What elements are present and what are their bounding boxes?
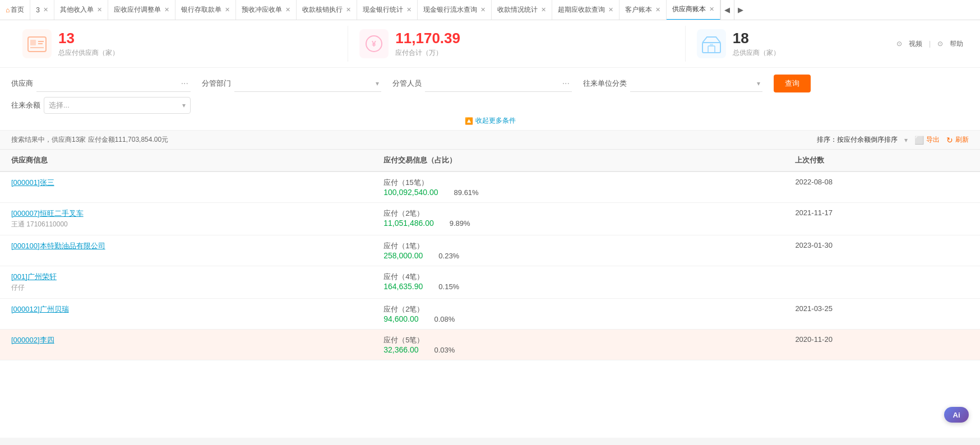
query-button[interactable]: 查询 bbox=[774, 75, 811, 92]
last-pay-cell-4: 2021-03-25 bbox=[784, 299, 980, 330]
supplier-link-0[interactable]: [000001]张三 bbox=[11, 178, 54, 187]
close-overdue-collect[interactable]: ✕ bbox=[608, 6, 613, 13]
last-pay-cell-0: 2022-08-08 bbox=[784, 171, 980, 203]
close-cash-bank-flow[interactable]: ✕ bbox=[480, 6, 486, 13]
col-header-transaction: 应付交易信息（占比） bbox=[372, 150, 784, 171]
supplier-link-2[interactable]: [000100]本特勤油品有限公司 bbox=[11, 242, 105, 250]
top-navigation: ⌂ 首页 3 ✕ 其他收入单 ✕ 应收应付调整单 ✕ 银行存取款单 ✕ 预收冲应… bbox=[0, 0, 980, 20]
ai-button[interactable]: Ai bbox=[944, 407, 969, 423]
transaction-cell-1: 应付（2笔）11,051,486.009.89% bbox=[372, 203, 784, 235]
tab-home-label: 首页 bbox=[11, 5, 24, 15]
supplier-link-1[interactable]: [000007]恒旺二手叉车 bbox=[11, 209, 84, 217]
tab-advance-collect[interactable]: 预收冲应收单 ✕ bbox=[236, 0, 297, 20]
tab-collect-stat[interactable]: 收款情况统计 ✕ bbox=[492, 0, 552, 20]
supplier-link-4[interactable]: [000012]广州贝瑞 bbox=[11, 305, 69, 313]
amount-label-5: 应付（5笔） bbox=[383, 335, 773, 345]
tab-customer-account-label: 客户账本 bbox=[625, 5, 652, 15]
balance-input[interactable] bbox=[49, 101, 182, 110]
tab-supplier-account[interactable]: 供应商账本 ✕ bbox=[667, 0, 720, 20]
close-bank-deposit[interactable]: ✕ bbox=[225, 6, 230, 13]
svg-rect-1 bbox=[30, 40, 36, 45]
supplier-link-5[interactable]: [000002]李四 bbox=[11, 336, 54, 344]
amount-value-0[interactable]: 100,092,540.00 bbox=[383, 188, 438, 197]
last-pay-date-1: 2021-11-17 bbox=[795, 208, 833, 217]
divider: | bbox=[929, 40, 931, 48]
supplier-dots-icon[interactable]: ··· bbox=[181, 78, 188, 89]
payable-suppliers-count: 13 bbox=[58, 30, 119, 47]
supplier-link-3[interactable]: [001]广州荣轩 bbox=[11, 272, 57, 281]
tab-cash-bank-flow[interactable]: 现金银行流水查询 ✕ bbox=[418, 0, 492, 20]
summary-card-amount: ¥ 11,170.39 应付合计（万） bbox=[348, 26, 685, 62]
filter-area: 供应商 ··· 分管部门 ▾ 分管人员 ··· 往来单位分类 bbox=[0, 68, 980, 131]
amount-value-2[interactable]: 258,000.00 bbox=[383, 251, 423, 260]
tab-overdue-collect[interactable]: 超期应收款查询 ✕ bbox=[552, 0, 620, 20]
table-header-row: 供应商信息 应付交易信息（占比） 上次付数 bbox=[0, 150, 980, 171]
supplier-cell-2: [000100]本特勤油品有限公司 bbox=[0, 235, 372, 266]
tab-collect-verify[interactable]: 收款核销执行 ✕ bbox=[297, 0, 357, 20]
nav-arrow-right[interactable]: ▶ bbox=[734, 0, 747, 20]
close-advance-collect[interactable]: ✕ bbox=[285, 6, 290, 13]
tab-3[interactable]: 3 ✕ bbox=[30, 0, 54, 20]
person-filter-label: 分管人员 bbox=[392, 78, 422, 89]
export-button[interactable]: ⬜ 导出 bbox=[914, 135, 940, 145]
tab-bank-deposit-label: 银行存取款单 bbox=[181, 5, 221, 15]
tab-customer-account[interactable]: 客户账本 ✕ bbox=[620, 0, 667, 20]
supplier-cell-1: [000007]恒旺二手叉车王通 17106110000 bbox=[0, 203, 372, 235]
person-dots-icon[interactable]: ··· bbox=[562, 78, 570, 89]
dept-filter-label: 分管部门 bbox=[202, 78, 231, 89]
amount-label-0: 应付（15笔） bbox=[383, 178, 773, 188]
refresh-button[interactable]: ↻ 刷新 bbox=[946, 135, 969, 145]
collapse-button[interactable]: 🔼 收起更多条件 bbox=[465, 116, 516, 126]
close-collect-verify[interactable]: ✕ bbox=[346, 6, 351, 13]
total-suppliers-count: 18 bbox=[733, 30, 780, 47]
close-supplier-account[interactable]: ✕ bbox=[709, 6, 714, 13]
collapse-chevron-icon: 🔼 bbox=[465, 117, 473, 125]
amount-value-1[interactable]: 11,051,486.00 bbox=[383, 219, 434, 228]
amount-label-1: 应付（2笔） bbox=[383, 208, 773, 219]
tab-home[interactable]: ⌂ 首页 bbox=[0, 0, 30, 20]
filter-group-dept: 分管部门 ▾ bbox=[202, 75, 381, 92]
tab-bank-deposit[interactable]: 银行存取款单 ✕ bbox=[175, 0, 236, 20]
filter-group-person: 分管人员 ··· bbox=[392, 75, 572, 92]
svg-rect-8 bbox=[708, 46, 715, 53]
close-collect-stat[interactable]: ✕ bbox=[541, 6, 546, 13]
amount-value-5[interactable]: 32,366.00 bbox=[383, 345, 418, 354]
balance-dropdown-icon[interactable]: ▾ bbox=[182, 101, 186, 109]
payable-suppliers-label: 总应付供应商（家） bbox=[58, 48, 119, 58]
table-container: 供应商信息 应付交易信息（占比） 上次付数 [000001]张三应付（15笔）1… bbox=[0, 150, 980, 438]
video-link[interactable]: 视频 bbox=[909, 39, 922, 49]
table-row: [000012]广州贝瑞应付（2笔）94,600.000.08%2021-03-… bbox=[0, 299, 980, 330]
person-input[interactable] bbox=[427, 79, 562, 87]
table-row: [000002]李四应付（5笔）32,366.000.03%2020-11-20 bbox=[0, 330, 980, 360]
tab-other-income[interactable]: 其他收入单 ✕ bbox=[54, 0, 108, 20]
dept-dropdown-icon[interactable]: ▾ bbox=[376, 80, 379, 87]
tab-payable-adjust[interactable]: 应收应付调整单 ✕ bbox=[108, 0, 175, 20]
nav-arrow-left[interactable]: ◀ bbox=[720, 0, 734, 20]
category-dropdown-icon[interactable]: ▾ bbox=[757, 80, 760, 87]
last-pay-cell-5: 2020-11-20 bbox=[784, 330, 980, 360]
tab-cash-bank-stat[interactable]: 现金银行统计 ✕ bbox=[357, 0, 418, 20]
close-customer-account[interactable]: ✕ bbox=[655, 6, 660, 13]
supplier-cell-3: [001]广州荣轩仔仔 bbox=[0, 266, 372, 299]
dept-input[interactable] bbox=[237, 79, 376, 87]
filter-row-2: 往来余额 ▾ bbox=[11, 97, 969, 114]
balance-input-wrapper: ▾ bbox=[44, 97, 191, 114]
supplier-input[interactable] bbox=[39, 75, 181, 92]
transaction-cell-3: 应付（4笔）164,635.900.15% bbox=[372, 266, 784, 299]
supplier-cell-0: [000001]张三 bbox=[0, 171, 372, 203]
transaction-cell-5: 应付（5笔）32,366.000.03% bbox=[372, 330, 784, 360]
close-other-income[interactable]: ✕ bbox=[97, 6, 102, 13]
last-pay-date-0: 2022-08-08 bbox=[795, 178, 833, 186]
amount-value-4[interactable]: 94,600.00 bbox=[383, 314, 418, 323]
svg-text:¥: ¥ bbox=[372, 39, 376, 48]
payable-amount-total: 11,170.39 bbox=[395, 30, 460, 47]
tab-cash-bank-flow-label: 现金银行流水查询 bbox=[423, 5, 477, 15]
result-info-text: 搜索结果中，供应商13家 应付金额111,703,854.00元 bbox=[11, 135, 168, 145]
close-tab-3[interactable]: ✕ bbox=[43, 6, 48, 13]
amount-value-3[interactable]: 164,635.90 bbox=[383, 282, 423, 291]
col-header-supplier: 供应商信息 bbox=[0, 150, 372, 171]
category-input[interactable] bbox=[632, 79, 757, 87]
help-link[interactable]: 帮助 bbox=[950, 39, 963, 49]
close-cash-bank-stat[interactable]: ✕ bbox=[406, 6, 412, 13]
close-payable-adjust[interactable]: ✕ bbox=[164, 6, 169, 13]
